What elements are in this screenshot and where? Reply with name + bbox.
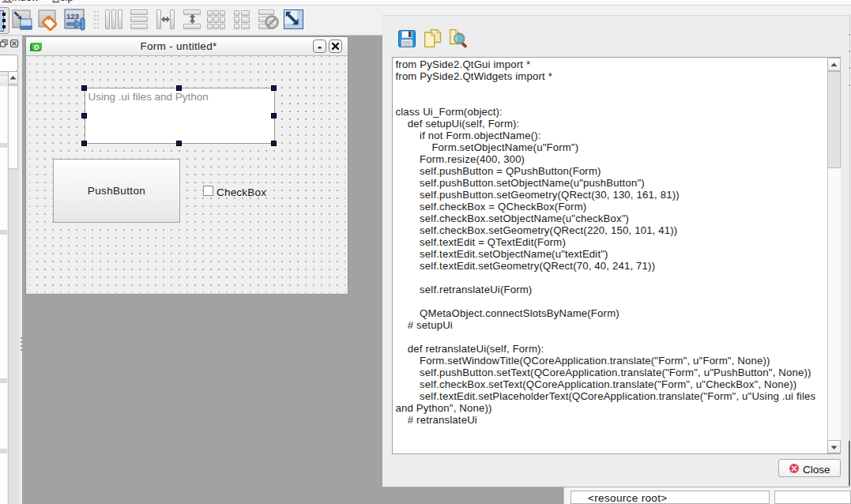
- svg-text:D: D: [34, 43, 40, 51]
- svg-text:123: 123: [66, 12, 79, 21]
